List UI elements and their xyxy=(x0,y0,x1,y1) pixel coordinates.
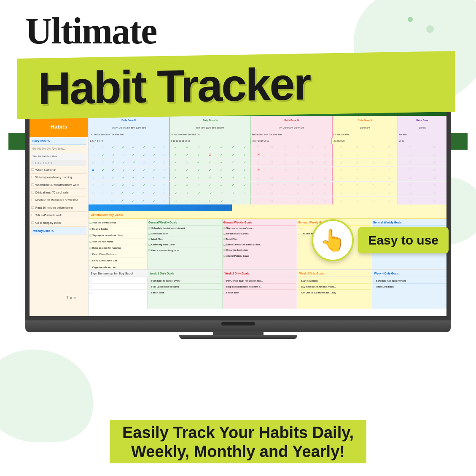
habit-tracker-banner: Habit Tracker xyxy=(17,51,455,119)
habit-item-3: Workout for 30 minutes before work xyxy=(31,181,86,189)
tagline-line2: Weekly, Monthly and Yearly! xyxy=(122,442,354,462)
tagline-line1: Easily Track Your Habits Daily, xyxy=(122,423,354,443)
habit-item-2: Write in journal every morning xyxy=(31,174,86,181)
laptop-notch xyxy=(221,322,255,325)
month-only-items: ☐ ☐ ☐ xyxy=(89,277,148,309)
habit-tracker-title: Habit Tracker xyxy=(38,59,438,112)
dot-decoration-2 xyxy=(408,17,413,22)
daily-done-label: Daily Done % xyxy=(31,138,86,145)
laptop-base xyxy=(25,320,451,332)
cb-row-7: □□□✓✓✓✓□ ✓✓✓✓□✓□ □□□□□□ □□ xyxy=(89,189,446,197)
checkbox-grid: □□✓✓✓✓✓□ ✓✓□✓✓✓✓ □□□□□□ □□ xyxy=(89,144,446,204)
habit-item-6: Read 30 minutes before dinner xyxy=(31,204,86,212)
days-area: Daily Done % Daily Done % Daily Done % D… xyxy=(89,116,446,316)
cb-row-1: □□✓✓✓✓✓□ ✓✓□✓✓✓✓ □□□□□□ □□ xyxy=(89,144,446,151)
cb-row-6: □□✓✓✓✓✓□ ✓✓□✓✓✓✓ □□□□□□ □□ xyxy=(89,182,446,189)
week1-only-items: ☐ Plan back to school event ☐ Pick up Be… xyxy=(148,277,223,309)
habits-label-col: Habits Daily Done % 0% 0% 0% 0% 75% 88%.… xyxy=(30,116,89,316)
grid-area: Habits Daily Done % 0% 0% 0% 0% 75% 88%.… xyxy=(30,116,446,316)
cb-row-5: □✓✓✓✓✓✓✓ ✓✓✓✓✓✓✓ □□□□□□ □□ xyxy=(89,174,446,182)
weekly-done-row: Weekly Done % xyxy=(31,227,86,234)
week2-only-items: ☐ Pay Jenna back for garden too... ☐ Hel… xyxy=(223,277,298,309)
cb-row-4: ■✓✓✓✓✓✓□ ✓✓✓✓✓✓✓ ✗□□□□□ □□ xyxy=(89,167,446,174)
tone-label: Tone xyxy=(66,295,76,300)
laptop-foot xyxy=(179,335,297,339)
spreadsheet: mber Habits Daily Done % 0% 0 xyxy=(30,97,446,316)
week4-only-items: ☐ Schedule nail appointment ☐ Finish 2nd… xyxy=(372,277,447,309)
habit-item-1: Watch a webinar xyxy=(31,166,86,174)
page-container: Ultimate Habit Tracker mber xyxy=(0,0,476,476)
habit-item-8: Go to sleep by 10pm xyxy=(31,219,86,227)
ultimate-title: Ultimate xyxy=(25,13,156,50)
habits-col-header: Habits xyxy=(30,116,88,137)
cb-row-3: □□✓✓✓□✓□ ✓□✓✓✓✓✓ □□□□□□ □□ xyxy=(89,159,446,167)
day-labels: Thu Fri Sat Sun Mon... xyxy=(31,153,86,160)
dot-decoration-1 xyxy=(426,25,434,33)
week2-goals: General Weekly Goals ☑ Sign up for Jenna… xyxy=(223,219,298,269)
monthly-goals-list: ☑ Visit the dentist office ☑ Read 2 book… xyxy=(89,219,148,269)
habits-rows: Daily Done % 0% 0% 0% 0% 75% 88%... Thu … xyxy=(30,137,88,235)
week1-goals: General Weekly Goals ☑ Schedule dentist … xyxy=(148,219,223,269)
cb-row-2: □✓✓□✓✓✓□ ✓✓✓✗✓✓✓ ✗□□□□□ □□ xyxy=(89,151,446,159)
hand-icon: 👆 xyxy=(320,228,346,253)
day-names-row: Thu Fri Sat Sun Mon Tue Wed Thu Fri Sat … xyxy=(89,131,446,138)
habit-item-4: Drink at least 70 oz of water xyxy=(31,189,86,196)
zone-headers: Daily Done % Daily Done % Daily Done % D… xyxy=(89,116,446,124)
habit-item-7: Talk a 45 minute walk xyxy=(31,212,86,219)
habit-item-5: Meditate for 15 minutes before bed xyxy=(31,196,86,204)
pointing-hand-circle: 👆 xyxy=(312,219,354,261)
easy-to-use-label: Easy to use xyxy=(358,227,449,253)
header-section: Ultimate xyxy=(25,13,156,50)
week-only-items: ☐ ☐ ☐ ☐ Plan back to school event ☐ Pick… xyxy=(89,277,446,309)
weekly-done-bar xyxy=(89,204,446,211)
laptop-screen: mber Habits Daily Done % 0% 0 xyxy=(25,93,451,320)
percent-values-row: 0% 0% 0% 0% 75% 88% 100% 88% 88% 75% 100… xyxy=(89,124,446,131)
day-nums-row: 1 2 3 4 5 6 7 8 9 10 11 12 13 14 15 16 1… xyxy=(89,138,446,144)
easy-to-use-badge: 👆 Easy to use xyxy=(312,219,449,261)
cb-row-8: □□□✓✓✓✓□ □□□✓✓□□ □□□□□□ □□ xyxy=(89,197,446,204)
week-only-subheader: Sign Benson up for Boy Scout Week 1 Only… xyxy=(89,269,446,277)
week3-only-items: ☐ Start new book ☐ Buy new books for nex… xyxy=(297,277,372,309)
tagline-bg: Easily Track Your Habits Daily, Weekly, … xyxy=(110,420,366,463)
bottom-tagline: Easily Track Your Habits Daily, Weekly, … xyxy=(0,420,476,463)
screen-inner: mber Habits Daily Done % 0% 0 xyxy=(30,97,446,316)
percent-row: 0% 0% 0% 0% 75% 88%... xyxy=(31,145,86,152)
monthly-goals-header: General Monthly Goals xyxy=(89,211,446,219)
day-numbers-row: 1 2 3 4 5 6 7 8 ... xyxy=(31,160,86,166)
